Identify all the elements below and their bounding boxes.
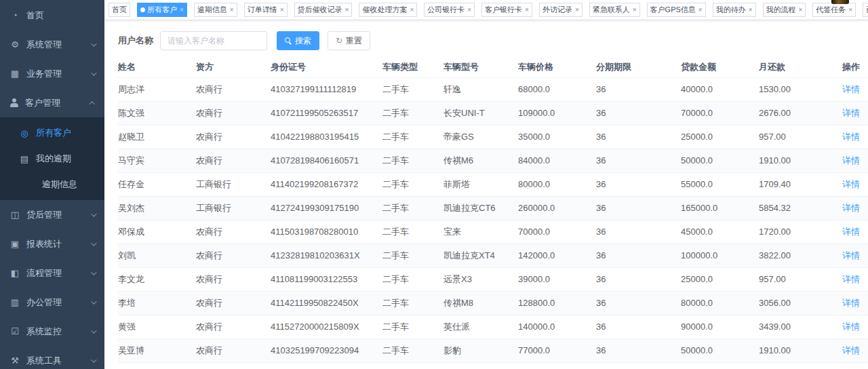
- detail-link[interactable]: 详情: [842, 84, 860, 94]
- table-cell: 二手车: [382, 267, 443, 291]
- table-cell: 36: [596, 291, 681, 315]
- detail-link[interactable]: 详情: [842, 203, 860, 213]
- sidebar-item-办公管理[interactable]: ▥办公管理: [0, 288, 104, 317]
- sidebar-item-首页[interactable]: ◔首页: [0, 1, 104, 30]
- column-header-车辆型号: 车辆型号: [443, 57, 518, 77]
- detail-link[interactable]: 详情: [842, 250, 860, 260]
- tab-close-icon[interactable]: ×: [280, 7, 284, 14]
- tab-逾期信息[interactable]: 逾期信息×: [194, 3, 237, 17]
- sidebar-item-label: 系统工具: [26, 355, 62, 367]
- tab-我的流程[interactable]: 我的流程×: [763, 3, 806, 17]
- table-cell: 二手车: [382, 315, 443, 338]
- table-cell: 二手车: [382, 220, 443, 244]
- monitor-icon: ☑: [9, 326, 20, 336]
- action-cell: 详情: [842, 196, 868, 220]
- tab-close-icon[interactable]: ×: [345, 7, 349, 14]
- table-cell: 50000.0: [681, 338, 759, 362]
- tab-订单详情[interactable]: 订单详情×: [244, 3, 288, 17]
- tab-紧急联系人[interactable]: 紧急联系人×: [589, 3, 640, 17]
- sidebar-item-报表统计[interactable]: ▣报表统计: [0, 229, 104, 258]
- tab-客户银行卡[interactable]: 客户银行卡×: [481, 3, 532, 17]
- tab-close-icon[interactable]: ×: [799, 7, 803, 14]
- sidebar-item-label: 报表统计: [26, 238, 62, 250]
- table-cell: 410422198803195415: [271, 125, 382, 149]
- tab-label: 我的待办: [716, 5, 746, 15]
- tab-我的待办[interactable]: 我的待办×: [713, 3, 756, 17]
- tab-close-icon[interactable]: ×: [848, 7, 852, 14]
- sidebar-item-业务管理[interactable]: ▦业务管理: [0, 59, 104, 88]
- tab-label: 代签任务: [816, 5, 846, 15]
- table-cell: 农商行: [196, 149, 271, 172]
- detail-link[interactable]: 详情: [842, 132, 860, 142]
- sidebar-item-label: 所有客户: [36, 127, 71, 139]
- table-cell: 周志洋: [118, 77, 196, 101]
- table-cell: 35000.0: [518, 125, 596, 149]
- detail-link[interactable]: 详情: [842, 274, 860, 284]
- column-header-贷款金额: 贷款金额: [681, 57, 759, 77]
- detail-link[interactable]: 详情: [842, 155, 860, 166]
- table-row: 吴刘杰工商银行412724199309175190二手车凯迪拉克CT626000…: [118, 196, 868, 220]
- table-cell: 凯迪拉克XT4: [443, 244, 518, 267]
- table-cell: 109000.0: [518, 101, 596, 125]
- sidebar-item-我的逾期[interactable]: ▤我的逾期: [0, 146, 104, 172]
- detail-link[interactable]: 详情: [842, 227, 860, 237]
- column-header-分期期限: 分期期限: [596, 57, 681, 77]
- tab-已办任务[interactable]: 已办任务×: [863, 3, 868, 17]
- sidebar-item-label: 流程管理: [26, 267, 62, 279]
- avatar[interactable]: [831, 0, 849, 4]
- table-row: 李培农商行41142119950822450X二手车传祺M8128800.036…: [118, 291, 868, 315]
- table-cell: 农商行: [196, 125, 271, 149]
- search-button[interactable]: 搜索: [277, 31, 319, 50]
- table-cell: 吴亚博: [118, 338, 196, 362]
- detail-link[interactable]: 详情: [842, 298, 860, 308]
- chevron-down-icon: [91, 211, 96, 216]
- tab-close-icon[interactable]: ×: [749, 7, 753, 14]
- table-cell: [271, 362, 382, 369]
- table-cell: 25000.0: [681, 125, 759, 149]
- tab-贷后催收记录[interactable]: 贷后催收记录×: [294, 3, 353, 17]
- tab-close-icon[interactable]: ×: [633, 7, 637, 14]
- sidebar-item-label: 贷后管理: [26, 209, 62, 221]
- table-row: 陈文强农商行410721199505263517二手车长安UNI-T109000…: [118, 101, 868, 125]
- sidebar-item-所有客户[interactable]: ◎所有客户: [0, 120, 104, 146]
- tab-close-icon[interactable]: ×: [230, 7, 234, 14]
- tab-催收处理方案[interactable]: 催收处理方案×: [359, 3, 417, 17]
- table-cell: 1910.00: [759, 149, 842, 172]
- tab-公司银行卡[interactable]: 公司银行卡×: [424, 3, 475, 17]
- tab-首页[interactable]: 首页: [108, 3, 130, 17]
- detail-link[interactable]: 详情: [842, 345, 860, 355]
- table-cell: 77000.0: [518, 338, 596, 362]
- sidebar-item-客户管理[interactable]: 客户管理: [0, 88, 104, 117]
- detail-link[interactable]: 详情: [842, 322, 860, 332]
- tab-close-icon[interactable]: ×: [525, 7, 529, 14]
- action-cell: 详情: [842, 125, 868, 149]
- sidebar-item-系统工具[interactable]: ⚒系统工具: [0, 346, 104, 369]
- tab-close-icon[interactable]: ×: [698, 7, 703, 14]
- table-row: 黄强农商行41152720000215809X二手车英仕派140000.0369…: [118, 315, 868, 338]
- column-header-身份证号: 身份证号: [271, 57, 382, 77]
- detail-link[interactable]: 详情: [842, 179, 860, 189]
- tab-close-icon[interactable]: ×: [575, 7, 579, 14]
- action-cell: 详情: [842, 362, 868, 369]
- tab-close-icon[interactable]: ×: [180, 7, 184, 14]
- table-cell: 农商行: [196, 338, 271, 362]
- table-cell: [443, 362, 518, 369]
- customer-name-input[interactable]: [160, 31, 267, 50]
- tab-close-icon[interactable]: ×: [410, 7, 414, 14]
- sidebar-item-系统监控[interactable]: ☑系统监控: [0, 317, 104, 346]
- sidebar-item-流程管理[interactable]: ◧流程管理: [0, 258, 104, 288]
- tab-close-icon[interactable]: ×: [467, 7, 471, 14]
- tab-代签任务[interactable]: 代签任务×: [812, 3, 856, 17]
- tab-外访记录[interactable]: 外访记录×: [539, 3, 583, 17]
- sidebar-item-系统管理[interactable]: ⚙系统管理: [0, 30, 104, 59]
- sidebar-item-逾期信息[interactable]: 逾期信息: [0, 172, 104, 197]
- sidebar-item-贷后管理[interactable]: ◫贷后管理: [0, 200, 104, 229]
- reset-button[interactable]: ↻ 重置: [328, 31, 370, 50]
- sidebar-item-label: 客户管理: [25, 97, 60, 109]
- table-cell: 二手车: [382, 244, 443, 267]
- detail-link[interactable]: 详情: [842, 108, 860, 118]
- table-cell: 5854.32: [759, 196, 842, 220]
- tab-客户GPS信息[interactable]: 客户GPS信息×: [647, 3, 706, 17]
- table-cell: 1709.40: [759, 172, 842, 196]
- tab-所有客户[interactable]: 所有客户×: [137, 3, 187, 17]
